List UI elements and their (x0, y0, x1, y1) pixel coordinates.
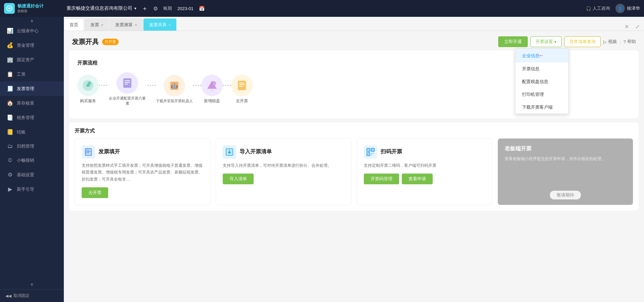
tab-invoice-calc-close[interactable]: × (135, 23, 137, 27)
sidebar-scroll-down[interactable]: ▼ (0, 280, 64, 289)
user-name: 徐泽华 (627, 5, 640, 11)
sidebar-item-basic[interactable]: ⚙ 基础设置 (0, 167, 64, 182)
sidebar-item-inventory[interactable]: 🏠 库存核算 (0, 96, 64, 110)
settings-icon[interactable]: ⚙ (153, 5, 158, 12)
guide-icon: ▶ (7, 186, 13, 192)
method-scan-button2[interactable]: 查看申请 (402, 174, 433, 184)
method-scan-title: 扫码开票 (381, 148, 402, 155)
dropdown-item-company-info[interactable]: 企业信息 ← (515, 49, 568, 63)
svg-rect-14 (238, 81, 246, 90)
settings-button[interactable]: 开票设置 ▾ (530, 36, 562, 47)
invoice-info-label: 开票信息 (522, 66, 540, 71)
step-buy-label: 购买服务 (80, 98, 96, 104)
svg-rect-17 (239, 86, 243, 87)
step-buy-icon: + (77, 75, 99, 96)
exception-button[interactable]: 异常清单查询 (564, 36, 601, 47)
red-arrow-icon: ← (538, 52, 544, 59)
basic-icon: ⚙ (7, 172, 13, 178)
method-scan-desc: 支持定制开票二维码，客户端可扫码开票 (364, 162, 485, 169)
tax-icon: 📑 (7, 114, 13, 121)
close-tab-button[interactable]: ✕ (622, 23, 631, 31)
flow-connector-3 (193, 85, 201, 86)
flow-step-download: 🤖 下载并安装开票机器人 (156, 75, 193, 104)
period-label: 账期 (163, 5, 172, 11)
method-boss-title: 老板端开票 (505, 145, 531, 152)
sidebar-item-archive[interactable]: 🗂 归档管理 (0, 139, 64, 153)
user-area[interactable]: 👤 徐泽华 (615, 4, 640, 13)
calendar-icon[interactable]: 📅 (199, 6, 205, 11)
sidebar-item-cloud-report[interactable]: 📊 云报表中心 (0, 24, 64, 38)
svg-rect-15 (239, 83, 245, 83)
svg-rect-16 (239, 84, 245, 85)
step-tax-label: 新增税盘 (204, 98, 220, 104)
sidebar-item-invoice-mgmt[interactable]: 🧾 发票管理 (0, 81, 64, 96)
sidebar-label-payroll: 工资 (17, 71, 26, 77)
sidebar-label-settlement: 结账 (17, 129, 26, 135)
method-card-scan: 扫码开票 支持定制开票二维码，客户端可扫码开票 开票码管理 查看申请 (357, 138, 492, 205)
sidebar-item-tax[interactable]: 📑 税务管理 (0, 110, 64, 125)
tab-invoice-open-close[interactable]: × (169, 23, 171, 27)
sidebar-item-payroll[interactable]: 📋 工资 (0, 67, 64, 81)
tab-invoice-open[interactable]: 发票开具 × (143, 18, 176, 31)
sidebar-item-fund[interactable]: 💰 资金管理 (0, 38, 64, 52)
svg-rect-28 (368, 149, 369, 151)
tax-config-label: 配置税盘信息 (522, 79, 548, 84)
method-card-boss: 老板端开票 查看老板端小程序提交的开票申请，并作出相应的处理。 敬请期待 (498, 138, 633, 205)
add-button[interactable]: ＋ (142, 4, 148, 12)
step-tax-icon: 税 + (201, 75, 223, 96)
tab-invoice-close[interactable]: × (101, 23, 103, 27)
tab-invoice[interactable]: 发票 × (85, 18, 109, 31)
page-title: 发票开具 (72, 37, 99, 46)
maximize-button[interactable]: ⤢ (633, 23, 641, 31)
activate-button[interactable]: 立即开通 (498, 36, 528, 47)
method-fill-title: 发票填开 (98, 148, 120, 155)
dropdown-item-invoice-info[interactable]: 开票信息 (515, 63, 568, 75)
method-import-icon (223, 145, 236, 159)
printer-label: 打印机管理 (522, 92, 544, 97)
tab-invoice-calc[interactable]: 发票测算 × (110, 18, 142, 31)
svg-rect-22 (86, 153, 89, 153)
payroll-icon: 📋 (7, 71, 13, 77)
tab-home[interactable]: 首页 (64, 18, 84, 31)
svg-text:+: + (89, 82, 90, 85)
support-label: 人工咨询 (593, 5, 610, 11)
sidebar-item-settlement[interactable]: 📒 结账 (0, 125, 64, 139)
headset-icon: 🎧 (586, 6, 591, 11)
sidebar-item-fixed-assets[interactable]: 🏢 固定资产 (0, 52, 64, 67)
dropdown-item-download-client[interactable]: 下载开票客户端 (515, 101, 568, 114)
cancel-fixed-icon: ◀◀ (5, 294, 11, 298)
sidebar-item-expense[interactable]: © 小畅报销 (0, 153, 64, 167)
company-selector[interactable]: 重庆畅捷交通信息咨询有限公司 ▾ (67, 5, 136, 11)
play-icon: ▷ (603, 39, 607, 44)
svg-text:+: + (211, 89, 213, 91)
tab-home-label: 首页 (70, 22, 78, 28)
method-fill-desc: 支持按照发票样式手工填开发票；可开具增值税电子普通发票、增值税普通发票、增值税专… (82, 162, 203, 183)
sidebar-item-guide[interactable]: ▶ 新手引导 (0, 182, 64, 196)
settings-button-label: 开票设置 (535, 39, 553, 45)
help-button[interactable]: ? 帮助 (624, 39, 636, 45)
flow-connector-2 (147, 85, 156, 86)
method-import-button[interactable]: 导入清单 (223, 174, 254, 184)
sidebar-label-invoice-mgmt: 发票管理 (17, 86, 34, 92)
method-scan-button1[interactable]: 开票码管理 (364, 174, 399, 184)
avatar: 👤 (615, 4, 625, 13)
flow-step-open: 去开票 (231, 75, 253, 104)
method-scan-icon (364, 145, 377, 159)
settings-dropdown-arrow: ▾ (554, 39, 557, 44)
video-button[interactable]: ▷ 视频 (603, 39, 617, 45)
method-fill-button[interactable]: 去开票 (82, 187, 108, 198)
dropdown-item-printer[interactable]: 打印机管理 (515, 88, 568, 101)
sidebar-scroll-up[interactable]: ▲ (0, 17, 64, 24)
cloud-report-icon: 📊 (7, 28, 13, 34)
company-name: 重庆畅捷交通信息咨询有限公司 (67, 5, 132, 11)
sidebar-label-basic: 基础设置 (17, 172, 34, 178)
svg-rect-20 (86, 150, 89, 151)
support-button[interactable]: 🎧 人工咨询 (586, 5, 610, 11)
invoice-mgmt-icon: 🧾 (7, 85, 13, 92)
sidebar-label-fixed-assets: 固定资产 (17, 57, 34, 63)
dropdown-item-tax-config[interactable]: 配置税盘信息 (515, 75, 568, 88)
sidebar-cancel-fixed[interactable]: ◀◀ 取消固定 (0, 289, 64, 302)
download-client-label: 下载开票客户端 (522, 105, 553, 110)
inventory-icon: 🏠 (7, 100, 13, 106)
status-badge: 待开通 (102, 39, 119, 45)
